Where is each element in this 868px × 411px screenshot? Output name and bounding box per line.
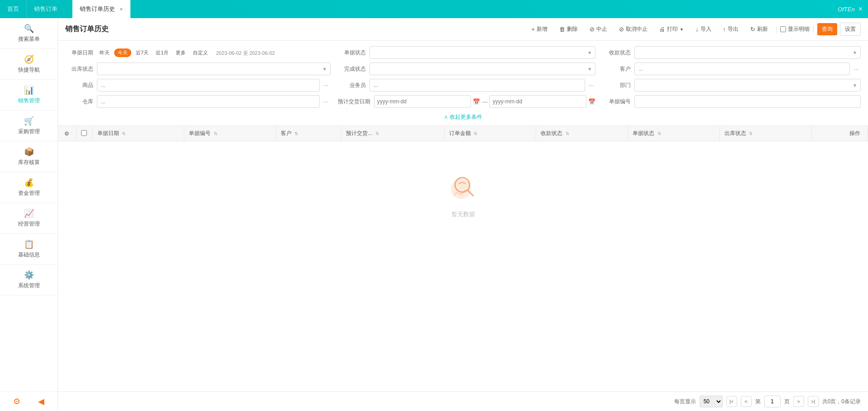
filter-row-1: 单据日期 昨天 今天 近7天 近1月 更多 自定义 2023-06-02 至 2… [65, 46, 861, 63]
sidebar-item-purchase-label: 采购管理 [18, 128, 40, 135]
show-detail-checkbox[interactable] [780, 26, 786, 32]
calendar-to-icon[interactable]: 📅 [588, 98, 595, 105]
order-no-input[interactable] [634, 95, 861, 108]
calendar-from-icon[interactable]: 📅 [473, 98, 480, 105]
tab-sales-order-history-close[interactable]: × [120, 6, 122, 12]
prev-page-btn[interactable]: < [741, 396, 752, 407]
sidebar-item-quicknav[interactable]: 🧭 快捷导航 [0, 49, 58, 80]
th-delivery-date[interactable]: 预计交货... ⇅ [341, 126, 444, 141]
refresh-button[interactable]: ↻ 刷新 [746, 23, 772, 35]
sort-customer-icon: ⇅ [294, 131, 298, 136]
per-page-select[interactable]: 50 100 200 [700, 396, 723, 407]
tab-sales-order-history[interactable]: 销售订单历史 × [72, 0, 130, 18]
show-detail-check[interactable]: 显示明细 [780, 25, 810, 33]
cancel-stop-button-label: 取消中止 [626, 25, 647, 33]
print-dropdown-icon: ▼ [680, 27, 684, 32]
goods-input[interactable] [97, 79, 320, 92]
doc-status-select[interactable] [369, 46, 596, 59]
sidebar-item-system-label: 系统管理 [18, 282, 40, 290]
sort-doc-icon: ⇅ [657, 131, 661, 136]
th-action-label: 操作 [849, 130, 860, 136]
tab-home[interactable]: 首页 [0, 0, 27, 18]
customer-input[interactable] [634, 63, 850, 75]
date-1month-btn[interactable]: 近1月 [153, 48, 171, 57]
salesman-input[interactable] [369, 79, 585, 92]
sidebar-item-sales[interactable]: 📊 销售管理 [0, 80, 58, 111]
th-customer[interactable]: 客户 ⇅ [276, 126, 341, 141]
new-button[interactable]: + 新增 [527, 23, 552, 35]
page-input[interactable] [764, 396, 781, 407]
th-no[interactable]: 单据编号 ⇅ [184, 126, 276, 141]
print-button[interactable]: 🖨 打印 ▼ [655, 23, 688, 35]
date-7days-btn[interactable]: 近7天 [133, 48, 151, 57]
sidebar-item-search[interactable]: 🔍 搜索菜单 [0, 18, 58, 49]
empty-state: 暂无数据 [58, 141, 868, 246]
order-no-content [634, 95, 861, 108]
sidebar-item-operation[interactable]: 📈 经营管理 [0, 203, 58, 234]
goods-more-btn[interactable]: ··· [321, 82, 331, 89]
th-receipt-status[interactable]: 收款状态 ⇅ [536, 126, 628, 141]
th-amount[interactable]: 订单金额 ⇅ [444, 126, 536, 141]
sort-amount-icon: ⇅ [474, 131, 477, 136]
complete-select[interactable] [369, 63, 596, 75]
stop-button-label: 中止 [596, 25, 607, 33]
th-receipt-status-label: 收款状态 [541, 130, 562, 136]
th-doc-status[interactable]: 单据状态 ⇅ [628, 126, 720, 141]
empty-text: 暂无数据 [451, 210, 475, 218]
delivery-date-to[interactable] [489, 95, 586, 108]
select-all-checkbox[interactable] [81, 130, 87, 136]
dept-label: 部门 [603, 82, 634, 89]
th-amount-label: 订单金额 [449, 130, 471, 136]
th-settings[interactable]: ⚙ [58, 126, 76, 141]
print-button-label: 打印 [667, 25, 678, 33]
th-outbound-status[interactable]: 出库状态 ⇅ [720, 126, 812, 141]
delivery-date-from[interactable] [374, 95, 471, 108]
dept-select[interactable] [634, 79, 861, 92]
filter-area: 单据日期 昨天 今天 近7天 近1月 更多 自定义 2023-06-02 至 2… [58, 41, 868, 126]
salesman-more-btn[interactable]: ··· [587, 82, 596, 89]
warehouse-input[interactable] [97, 95, 320, 108]
date-today-btn[interactable]: 今天 [114, 48, 131, 57]
customer-more-btn[interactable]: ··· [852, 65, 861, 73]
last-page-btn[interactable]: >| [808, 396, 819, 407]
tab-sales-order-close[interactable]: × [62, 6, 65, 12]
warehouse-more-btn[interactable]: ··· [321, 98, 331, 105]
first-page-btn[interactable]: |< [726, 396, 737, 407]
tab-sales-order[interactable]: 销售订单 × [27, 0, 72, 18]
receipt-status-select[interactable] [634, 46, 861, 59]
export-button[interactable]: ↑ 导出 [719, 23, 743, 35]
date-yesterday-btn[interactable]: 昨天 [97, 48, 112, 57]
outbound-select[interactable] [97, 63, 331, 75]
sidebar-item-system[interactable]: ⚙️ 系统管理 [0, 265, 58, 295]
top-bar: 首页 销售订单 × 销售订单历史 × OfTEn × [0, 0, 868, 18]
sidebar-item-finance[interactable]: 💰 资金管理 [0, 172, 58, 203]
th-customer-label: 客户 [281, 130, 292, 136]
delivery-date-content: 📅 — 📅 [374, 95, 596, 108]
sidebar-item-inventory-label: 库存核算 [18, 159, 40, 166]
stop-button[interactable]: ⊘ 中止 [585, 23, 612, 35]
query-button[interactable]: 查询 [817, 23, 837, 35]
goods-label: 商品 [65, 82, 97, 89]
delete-icon: 🗑 [559, 26, 565, 33]
import-button[interactable]: ↓ 导入 [691, 23, 716, 35]
sidebar-item-inventory[interactable]: 📦 库存核算 [0, 141, 58, 172]
setting-button[interactable]: 设置 [840, 23, 861, 36]
sidebar-collapse-btn[interactable]: ◀ [38, 396, 44, 406]
date-more-btn[interactable]: 更多 [173, 48, 188, 57]
brand-text: OfTEn [838, 6, 855, 13]
date-custom-btn[interactable]: 自定义 [190, 48, 211, 57]
import-icon: ↓ [695, 26, 699, 33]
sidebar-settings-btn[interactable]: ⚙ [13, 396, 20, 406]
window-close-button[interactable]: × [858, 5, 863, 13]
sidebar-item-sales-label: 销售管理 [18, 97, 40, 105]
cancel-stop-button[interactable]: ⊘ 取消中止 [614, 23, 652, 35]
th-checkbox [76, 126, 92, 141]
th-date[interactable]: 单据日期 ⇅ [92, 126, 184, 141]
stop-icon: ⊘ [590, 26, 595, 33]
next-page-btn[interactable]: > [793, 396, 804, 407]
system-icon: ⚙️ [24, 270, 34, 280]
sidebar-item-basic[interactable]: 📋 基础信息 [0, 234, 58, 265]
collapse-bar[interactable]: ∧ 收起更多条件 [65, 111, 861, 123]
delete-button[interactable]: 🗑 删除 [555, 23, 582, 35]
sidebar-item-purchase[interactable]: 🛒 采购管理 [0, 111, 58, 141]
